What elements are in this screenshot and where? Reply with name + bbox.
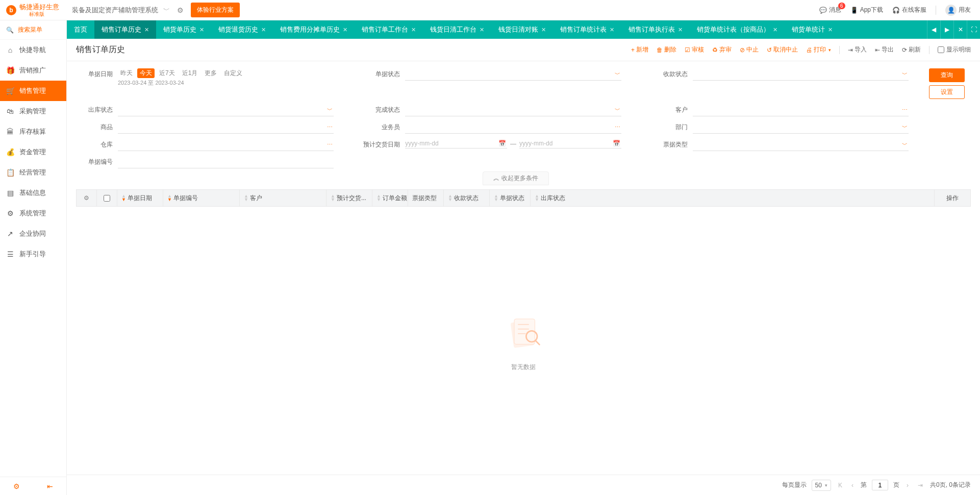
- product-input[interactable]: ⋯: [118, 121, 334, 134]
- receipt-status-select[interactable]: ﹀: [693, 68, 909, 81]
- sidebar-item-5[interactable]: 💰资金管理: [0, 142, 66, 162]
- tab-scroll-left[interactable]: ◀: [927, 20, 940, 39]
- date-more[interactable]: 更多: [202, 68, 219, 78]
- collapse-sidebar-button[interactable]: ⇤: [33, 477, 66, 495]
- prev-page-button[interactable]: ‹: [849, 482, 856, 489]
- col-ticket-type[interactable]: 票据类型: [408, 190, 444, 206]
- first-page-button[interactable]: K: [836, 482, 844, 489]
- sidebar-item-2[interactable]: 🛒销售管理: [0, 81, 66, 101]
- warehouse-input[interactable]: ⋯: [118, 139, 334, 151]
- audit-button[interactable]: ☑审核: [685, 45, 704, 54]
- out-status-select[interactable]: ﹀: [118, 104, 334, 116]
- column-settings-button[interactable]: ⚙: [77, 190, 97, 206]
- tab-4[interactable]: 销售费用分摊单历史✕: [273, 20, 355, 39]
- last-page-button[interactable]: ⇥: [916, 482, 925, 489]
- close-icon[interactable]: ✕: [199, 27, 204, 33]
- tab-7[interactable]: 钱货日清对账✕: [491, 20, 553, 39]
- col-amount[interactable]: ▲▼订单金额: [372, 190, 408, 206]
- page-size-select[interactable]: 50 ▾: [812, 480, 831, 491]
- col-out-status[interactable]: ▲▼出库状态: [531, 190, 935, 206]
- tab-8[interactable]: 销售订单统计表✕: [553, 20, 621, 39]
- tab-11[interactable]: 销货单统计✕: [785, 20, 840, 39]
- col-bill-date[interactable]: ▲▼单据日期: [117, 190, 163, 206]
- tab-fullscreen[interactable]: ⛶: [967, 20, 980, 39]
- stop-button[interactable]: ⊘中止: [740, 45, 759, 54]
- messages-button[interactable]: 💬 消息 6: [819, 6, 841, 14]
- abandon-button[interactable]: ♻弃审: [712, 45, 732, 54]
- tab-9[interactable]: 销售订单执行表✕: [621, 20, 690, 39]
- next-page-button[interactable]: ›: [904, 482, 911, 489]
- select-all-checkbox[interactable]: [97, 190, 117, 206]
- page-input[interactable]: [872, 480, 888, 490]
- tab-3[interactable]: 销货退货历史✕: [211, 20, 273, 39]
- bill-status-select[interactable]: ﹀: [405, 68, 621, 81]
- system-selector[interactable]: 装备及固定资产辅助管理系统 ﹀: [72, 6, 170, 15]
- sidebar-item-9[interactable]: ↗企业协同: [0, 224, 66, 244]
- col-delivery[interactable]: ▲▼预计交货...: [326, 190, 372, 206]
- bill-no-input[interactable]: [118, 156, 334, 168]
- gear-icon[interactable]: ⚙: [177, 6, 184, 14]
- user-menu[interactable]: 👤 用友: [945, 5, 971, 16]
- col-bill-no[interactable]: ▲▼单据编号: [163, 190, 240, 206]
- show-detail-checkbox[interactable]: 显示明细: [938, 45, 971, 54]
- sidebar-item-8[interactable]: ⚙系统管理: [0, 203, 66, 224]
- app-download-button[interactable]: 📱 App下载: [850, 6, 883, 14]
- date-recent7[interactable]: 近7天: [157, 68, 178, 78]
- close-icon[interactable]: ✕: [411, 27, 416, 33]
- sidebar-search[interactable]: 🔍 搜索菜单: [0, 20, 66, 40]
- ticket-type-select[interactable]: ﹀: [693, 139, 909, 151]
- delivery-date-from[interactable]: yyyy-mm-dd📅: [405, 139, 507, 148]
- show-detail-input[interactable]: [938, 46, 944, 53]
- date-custom[interactable]: 自定义: [221, 68, 245, 78]
- sidebar-item-6[interactable]: 📋经营管理: [0, 162, 66, 183]
- complete-status-select[interactable]: ﹀: [405, 104, 621, 116]
- new-button[interactable]: +新增: [631, 45, 648, 54]
- sidebar-item-0[interactable]: ⌂快捷导航: [0, 40, 66, 60]
- more-icon: ⋯: [327, 141, 333, 148]
- department-select[interactable]: ﹀: [693, 121, 909, 134]
- close-icon[interactable]: ✕: [678, 27, 683, 33]
- sidebar-item-4[interactable]: 🏛库存核算: [0, 121, 66, 142]
- tab-2[interactable]: 销货单历史✕: [156, 20, 211, 39]
- tab-10[interactable]: 销货单统计表（按商品）✕: [690, 20, 785, 39]
- close-icon[interactable]: ✕: [144, 27, 149, 33]
- sidebar-item-1[interactable]: 🎁营销推广: [0, 60, 66, 81]
- customer-input[interactable]: ⋯: [693, 104, 909, 116]
- tab-5[interactable]: 销售订单工作台✕: [355, 20, 423, 39]
- tab-0[interactable]: 首页: [67, 20, 94, 39]
- col-bill-status[interactable]: ▲▼单据状态: [490, 190, 531, 206]
- date-today[interactable]: 今天: [137, 68, 155, 78]
- tab-1[interactable]: 销售订单历史✕: [94, 20, 156, 39]
- close-icon[interactable]: ✕: [541, 27, 546, 33]
- sidebar-item-10[interactable]: ☰新手引导: [0, 244, 66, 264]
- close-icon[interactable]: ✕: [773, 27, 777, 33]
- cancel-stop-button[interactable]: ↺取消中止: [767, 45, 798, 54]
- col-customer[interactable]: ▲▼客户: [240, 190, 326, 206]
- date-recent1m[interactable]: 近1月: [180, 68, 200, 78]
- tab-6[interactable]: 钱货日清工作台✕: [423, 20, 491, 39]
- import-button[interactable]: ⇥导入: [848, 45, 867, 54]
- sidebar-item-7[interactable]: ▤基础信息: [0, 183, 66, 203]
- delivery-date-to[interactable]: yyyy-mm-dd📅: [519, 139, 621, 148]
- tab-scroll-right[interactable]: ▶: [940, 20, 953, 39]
- query-button[interactable]: 查询: [929, 68, 965, 82]
- salesman-input[interactable]: ⋯: [405, 121, 621, 134]
- experience-button[interactable]: 体验行业方案: [191, 3, 240, 17]
- close-icon[interactable]: ✕: [828, 27, 833, 33]
- print-button[interactable]: 🖨打印▾: [806, 45, 831, 54]
- refresh-button[interactable]: ⟳刷新: [902, 45, 921, 54]
- close-icon[interactable]: ✕: [261, 27, 266, 33]
- close-icon[interactable]: ✕: [480, 27, 484, 33]
- settings-footer-button[interactable]: ⚙: [0, 477, 33, 495]
- delete-button[interactable]: 🗑删除: [657, 45, 676, 54]
- close-icon[interactable]: ✕: [343, 27, 347, 33]
- date-yesterday[interactable]: 昨天: [118, 68, 135, 78]
- col-receipt-status[interactable]: ▲▼收款状态: [444, 190, 490, 206]
- export-button[interactable]: ⇤导出: [875, 45, 894, 54]
- sidebar-item-3[interactable]: 🛍采购管理: [0, 101, 66, 121]
- setting-button[interactable]: 设置: [929, 85, 965, 99]
- tab-close-all[interactable]: ✕: [953, 20, 967, 39]
- close-icon[interactable]: ✕: [610, 27, 614, 33]
- online-service-button[interactable]: 🎧 在线客服: [892, 6, 926, 14]
- collapse-filters-button[interactable]: ︽ 收起更多条件: [483, 171, 549, 185]
